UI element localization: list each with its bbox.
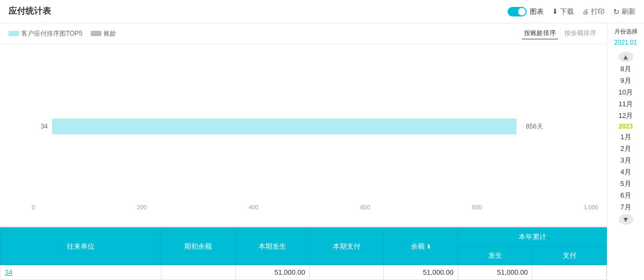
sidebar-title: 月份选择: [614, 28, 638, 36]
th-ytd-pay: 支付: [533, 247, 607, 265]
download-button[interactable]: 下载: [552, 7, 574, 16]
refresh-button[interactable]: 刷新: [613, 7, 636, 16]
chart-top: 客户应付排序图TOP5 账龄 按账龄排序 按余额排序: [0, 23, 607, 44]
bar-y-label: 34: [32, 123, 48, 130]
th-unit: 往来单位: [1, 228, 161, 265]
sidebar-month-item[interactable]: 11月: [619, 98, 633, 110]
legend-item-2: 账龄: [91, 29, 116, 38]
main-container: 应付统计表 图表 下载 打印 刷新: [0, 0, 644, 280]
toggle-label: 图表: [530, 7, 544, 16]
sort-by-age-button[interactable]: 按账龄排序: [522, 28, 558, 39]
x-tick-800: 800: [472, 204, 482, 210]
download-icon: [552, 7, 558, 15]
sidebar-month-item[interactable]: 8月: [619, 63, 633, 75]
x-tick-400: 400: [248, 204, 258, 210]
download-label: 下载: [560, 7, 574, 16]
cell-payment: [310, 265, 384, 280]
sidebar-month-item[interactable]: 1月: [619, 131, 633, 143]
sidebar-month-item[interactable]: 12月: [619, 110, 633, 122]
sidebar-up-button[interactable]: ▲: [619, 52, 633, 62]
sidebar: 月份选择 2021.01 ▲ 8月9月10月11月12月20231月2月3月4月…: [607, 23, 644, 280]
sidebar-month-item[interactable]: 4月: [619, 166, 633, 178]
sidebar-month-item[interactable]: 5月: [619, 178, 633, 190]
cell-opening: [161, 265, 235, 280]
legend-item-1: 客户应付排序图TOP5: [8, 29, 82, 38]
data-table: 往来单位 期初余额 本期发生 本期支付 余额 ⬇ 本年累计 发生: [0, 227, 607, 280]
chart-area: 34 856天 0 200 400 600 800 1,0: [0, 44, 607, 226]
print-button[interactable]: 打印: [582, 7, 605, 16]
x-tick-600: 600: [360, 204, 370, 210]
bar-end-label: 856天: [526, 122, 543, 131]
legend-color-cyan: [8, 31, 19, 36]
header: 应付统计表 图表 下载 打印 刷新: [0, 0, 644, 23]
cell-balance: 51,000.00: [384, 265, 458, 280]
x-tick-1000: 1,000: [583, 204, 598, 210]
chart-legend: 客户应付排序图TOP5 账龄: [8, 29, 116, 38]
th-ytd: 本年累计: [458, 228, 607, 247]
cell-ytd-pay: [533, 265, 607, 280]
sidebar-month-item[interactable]: 7月: [619, 201, 633, 213]
chart-sort-buttons: 按账龄排序 按余额排序: [522, 28, 598, 39]
refresh-icon: [613, 7, 620, 16]
bar-row: 34 856天: [32, 118, 598, 134]
th-payment: 本期支付: [310, 228, 384, 265]
bar-chart: 34 856天: [32, 49, 598, 205]
legend-label-1: 客户应付排序图TOP5: [21, 29, 82, 38]
page-title: 应付统计表: [8, 6, 51, 17]
cell-ytd-occur: 51,000.00: [458, 265, 533, 280]
x-tick-0: 0: [32, 204, 35, 210]
sidebar-month-item[interactable]: 2023: [619, 122, 633, 131]
cell-current: 51,000.00: [235, 265, 310, 280]
table-row: 34 51,000.00 51,000.00 51,000.00: [1, 265, 607, 280]
table-section: 往来单位 期初余额 本期发生 本期支付 余额 ⬇ 本年累计 发生: [0, 226, 607, 280]
sidebar-date: 2021.01: [614, 39, 637, 46]
x-tick-200: 200: [137, 204, 147, 210]
sidebar-month-item[interactable]: 2月: [619, 143, 633, 155]
th-balance: 余额 ⬇: [384, 228, 458, 265]
x-axis: 0 200 400 600 800 1,000: [32, 204, 598, 210]
legend-label-2: 账龄: [104, 29, 116, 38]
sort-by-balance-button[interactable]: 按余额排序: [562, 28, 598, 39]
chart-section: 客户应付排序图TOP5 账龄 按账龄排序 按余额排序 34: [0, 23, 607, 280]
th-ytd-occur: 发生: [458, 247, 533, 265]
sidebar-months: 8月9月10月11月12月20231月2月3月4月5月6月7月: [619, 63, 633, 213]
sidebar-down-button[interactable]: ▼: [619, 214, 633, 225]
sidebar-month-item[interactable]: 6月: [619, 190, 633, 201]
refresh-label: 刷新: [622, 7, 636, 16]
content-area: 客户应付排序图TOP5 账龄 按账龄排序 按余额排序 34: [0, 23, 644, 280]
th-current: 本期发生: [235, 228, 310, 265]
chart-toggle-group: 图表: [508, 7, 544, 16]
sidebar-month-item[interactable]: 3月: [619, 155, 633, 166]
th-opening: 期初余额: [161, 228, 235, 265]
print-label: 打印: [591, 7, 605, 16]
sidebar-month-item[interactable]: 9月: [619, 75, 633, 87]
sidebar-month-item[interactable]: 10月: [619, 87, 633, 98]
chart-toggle[interactable]: [508, 7, 527, 16]
cell-unit[interactable]: 34: [1, 265, 161, 280]
bar-container: 856天: [52, 118, 598, 134]
print-icon: [582, 7, 589, 15]
header-actions: 图表 下载 打印 刷新: [508, 7, 636, 16]
bar-fill: 856天: [52, 118, 517, 134]
legend-color-gray: [91, 31, 101, 36]
